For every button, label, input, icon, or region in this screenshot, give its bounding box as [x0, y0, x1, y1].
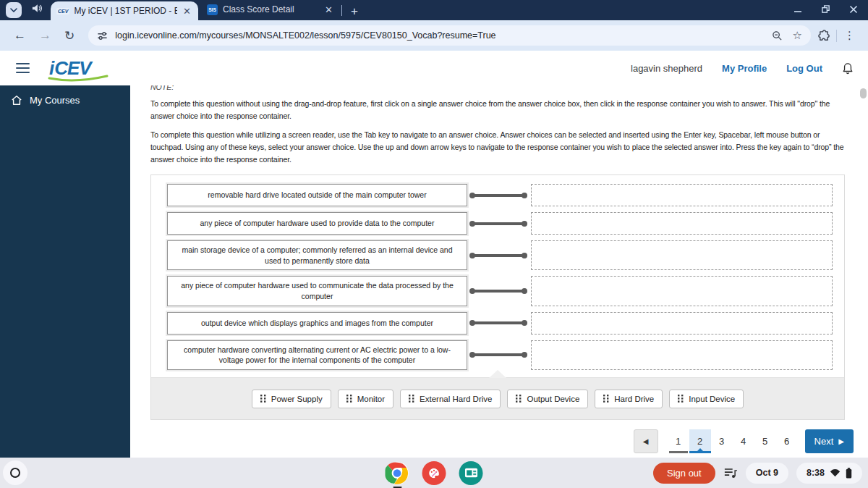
extensions-icon[interactable] [818, 30, 830, 42]
question-row: main storage device of a computer; commo… [167, 240, 844, 270]
browser-toolbar: ← → ↻ login.icevonline.com/mycourses/MON… [0, 20, 868, 51]
hamburger-menu-icon[interactable] [16, 63, 30, 74]
media-queue-icon[interactable] [723, 466, 738, 479]
lesson-content: NOTE: To complete this question without … [130, 85, 868, 458]
close-window-button[interactable] [849, 4, 858, 17]
time-text: 8:38 [807, 468, 825, 478]
answer-choice[interactable]: Monitor [338, 390, 393, 408]
question-row: computer hardware converting alternating… [167, 340, 844, 370]
question-row: removable hard drive located outside of … [167, 184, 844, 206]
icev-logo[interactable]: iCEV [49, 59, 91, 77]
tab-title: Class Score Detail [223, 4, 318, 14]
connector-line [473, 321, 524, 324]
answer-choice[interactable]: Power Supply [252, 390, 331, 408]
bookmark-star-icon[interactable]: ☆ [793, 29, 802, 42]
answer-choice-label: Hard Drive [614, 395, 654, 403]
page-number[interactable]: 1 [668, 429, 689, 453]
tab-close-icon[interactable]: ✕ [182, 7, 192, 16]
wifi-icon [830, 468, 841, 477]
battery-icon [846, 468, 852, 479]
note-heading: NOTE: [150, 85, 845, 91]
zoom-icon[interactable] [772, 30, 783, 41]
notifications-bell-icon[interactable] [842, 62, 854, 75]
launcher-button[interactable] [3, 460, 27, 485]
question-row: output device which displays graphics an… [167, 312, 844, 335]
drag-handle-icon [678, 395, 684, 403]
answer-choice[interactable]: External Hard Drive [400, 390, 501, 408]
matching-question-panel: removable hard drive located outside of … [150, 174, 845, 420]
chrome-icon [386, 461, 409, 485]
previous-page-button[interactable]: ◀ [634, 429, 658, 453]
tab-title: My iCEV | 1ST PERIOD - BUSINE [74, 6, 177, 16]
scrollbar-thumb[interactable] [860, 88, 867, 98]
answer-choice-label: External Hard Drive [420, 395, 492, 403]
definition-text: removable hard drive located outside of … [208, 190, 426, 201]
answer-choice[interactable]: Hard Drive [595, 390, 663, 408]
tab-close-icon[interactable]: ✕ [323, 5, 334, 14]
sidebar-item-my-courses[interactable]: My Courses [0, 85, 130, 115]
connector-line [473, 353, 524, 356]
url-text[interactable]: login.icevonline.com/mycourses/MONSALTE0… [115, 30, 495, 41]
my-profile-link[interactable]: My Profile [722, 63, 767, 74]
answer-choice-label: Monitor [357, 395, 385, 403]
date-pill[interactable]: Oct 9 [746, 463, 788, 484]
drag-handle-icon [260, 395, 266, 403]
forward-button[interactable]: → [33, 28, 58, 43]
username: lagavin shepherd [631, 63, 702, 74]
definition-text: any piece of computer hardware used to p… [200, 218, 435, 229]
minimize-button[interactable] [793, 4, 802, 17]
page-number[interactable]: 3 [711, 429, 733, 453]
answer-choice-box: Power Supply Monitor External Hard Drive [151, 377, 844, 419]
reload-button[interactable]: ↻ [58, 28, 81, 43]
definition-box: any piece of computer hardware used to c… [167, 276, 467, 306]
answer-choice[interactable]: Output Device [507, 390, 588, 408]
response-container[interactable] [531, 340, 833, 370]
site-settings-icon[interactable] [97, 30, 108, 41]
drag-handle-icon [516, 395, 522, 403]
site-header: iCEV lagavin shepherd My Profile Log Out [0, 51, 868, 85]
response-container[interactable] [531, 212, 833, 235]
page-number[interactable]: 6 [776, 429, 798, 453]
definition-box: removable hard drive located outside of … [167, 184, 467, 206]
note-paragraph: To complete this question without using … [150, 98, 845, 122]
page-number[interactable]: 2 [689, 429, 711, 453]
drag-handle-icon [603, 395, 609, 403]
definition-box: any piece of computer hardware used to p… [167, 212, 467, 235]
connector-line [473, 290, 524, 293]
shelf-app-canvas[interactable] [422, 461, 446, 485]
note-paragraph: To complete this question while utilizin… [150, 129, 845, 166]
answer-choice[interactable]: Input Device [669, 390, 744, 408]
tab-class-score-detail[interactable]: SIS Class Score Detail ✕ [198, 0, 340, 20]
drag-handle-icon [409, 395, 414, 403]
restore-button[interactable] [821, 4, 830, 17]
pagination: ◀ 1 2 3 4 5 6 Next ▶ [150, 429, 854, 453]
logo-swoosh [48, 74, 109, 83]
cev-favicon: CEV [56, 8, 69, 14]
page-number[interactable]: 5 [754, 429, 776, 453]
url-bar[interactable]: login.icevonline.com/mycourses/MONSALTE0… [88, 25, 811, 46]
back-button[interactable]: ← [7, 28, 33, 43]
definition-text: main storage device of a computer; commo… [176, 245, 458, 266]
log-out-link[interactable]: Log Out [786, 63, 822, 74]
new-tab-button[interactable]: + [351, 5, 358, 17]
shelf-app-sis[interactable] [459, 461, 483, 485]
toolbar-separator [836, 30, 837, 42]
response-container[interactable] [531, 240, 833, 270]
next-page-button[interactable]: Next ▶ [805, 429, 854, 453]
status-tray[interactable]: 8:38 [796, 463, 862, 484]
tab-search-button[interactable] [6, 2, 22, 18]
sign-out-button[interactable]: Sign out [653, 463, 715, 484]
browser-menu-icon[interactable]: ⋮ [843, 29, 861, 42]
shelf-app-chrome[interactable] [386, 461, 409, 485]
tab-my-icev[interactable]: CEV My iCEV | 1ST PERIOD - BUSINE ✕ [51, 1, 198, 20]
drag-handle-icon [346, 395, 352, 403]
page-number-list: 1 2 3 4 5 6 [668, 429, 798, 453]
card-app-icon [459, 461, 483, 485]
definition-box: output device which displays graphics an… [167, 312, 467, 335]
tab-separator [341, 5, 342, 16]
page-number[interactable]: 4 [733, 429, 754, 453]
response-container[interactable] [531, 276, 833, 306]
response-container[interactable] [531, 312, 833, 335]
chromeos-shelf: Sign out Oct 9 8:38 [0, 458, 868, 488]
response-container[interactable] [531, 184, 833, 206]
